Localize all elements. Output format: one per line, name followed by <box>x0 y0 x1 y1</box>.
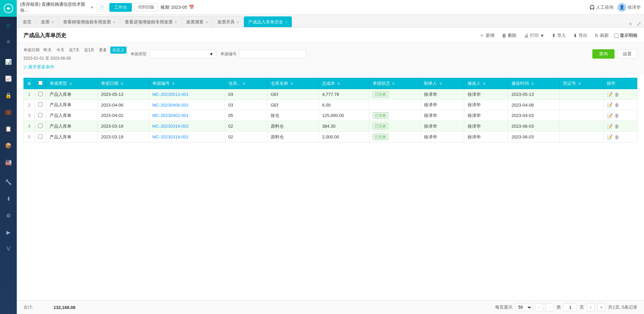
row-checkbox-5[interactable] <box>35 132 46 142</box>
workbench-button[interactable]: 工作台 <box>109 3 132 12</box>
export-button[interactable]: ⬇ 导出 <box>571 32 589 40</box>
company-selector[interactable]: (库存核算) 直播轻挑通信息技术股份... ▼ <box>20 1 94 13</box>
type-select[interactable]: ▼ <box>149 49 216 59</box>
sidebar-item-report[interactable]: 📊 <box>0 53 17 70</box>
tab-sales-invoice-close[interactable]: × <box>113 20 115 24</box>
date-btn-custom[interactable]: 自定义 <box>110 47 126 54</box>
th-checkbox[interactable] <box>35 78 46 89</box>
sidebar-item-business[interactable]: 💼 <box>0 104 17 120</box>
prev-page-btn[interactable]: ‹ <box>546 303 554 311</box>
show-detail-checkbox[interactable] <box>614 34 619 38</box>
th-warehouse-code[interactable]: 仓库... ⇅ <box>225 78 267 89</box>
import-button[interactable]: ⬆ 导入 <box>550 32 568 40</box>
sidebar-item-list[interactable]: 📋 <box>0 120 17 137</box>
row-edit-btn-3[interactable]: 📝 <box>607 113 612 118</box>
expand-conditions-btn[interactable]: ▽ 展开更多条件 <box>23 64 637 70</box>
row-delete-btn-2[interactable]: 🗑 <box>614 102 619 108</box>
page-size-select[interactable]: 50 100 200 <box>515 304 532 311</box>
select-all-checkbox[interactable] <box>38 81 43 85</box>
row-number-1[interactable]: MC-20230513-001 <box>149 89 225 100</box>
tab-invoice-calc-close[interactable]: × <box>206 20 208 24</box>
delete-button[interactable]: 🗑 删除 <box>500 32 519 40</box>
th-date[interactable]: 单据日期 ⇅ <box>98 78 149 89</box>
prev-period-button[interactable]: 切到旧版 <box>135 3 158 11</box>
date-btn-7days[interactable]: 近7天 <box>68 47 81 54</box>
period-selector[interactable]: 账期 2023-05 📅 <box>161 4 194 10</box>
row-delete-btn-1[interactable]: 🗑 <box>614 92 619 97</box>
show-detail-checkbox-wrapper[interactable]: 显示明细 <box>614 33 637 39</box>
row-edit-btn-4[interactable]: 📝 <box>607 124 612 129</box>
tab-purchase-invoice[interactable]: 查看进项增值税专用发票 × <box>120 16 181 27</box>
row-number-4[interactable]: MC-20230319-002 <box>149 121 225 132</box>
tab-product-history-close[interactable]: × <box>285 20 287 24</box>
first-page-btn[interactable]: « <box>535 303 543 311</box>
tab-invoice[interactable]: 发票 × <box>37 16 58 27</box>
print-button[interactable]: 🖨 打印 ▼ <box>522 32 546 40</box>
row-delete-btn-3[interactable]: 🗑 <box>614 113 619 118</box>
sidebar-item-inventory[interactable]: 📦 <box>0 137 17 154</box>
row-delete-btn-4[interactable]: 🗑 <box>614 124 619 129</box>
sidebar-item-version[interactable]: V <box>0 241 17 257</box>
last-page-btn[interactable]: » <box>597 303 605 311</box>
tab-invoice-issue-close[interactable]: × <box>237 20 239 24</box>
th-voucher[interactable]: 凭证号 ⇅ <box>559 78 603 89</box>
tab-invoice-issue[interactable]: 发票开具 × <box>213 16 243 27</box>
refresh-button[interactable]: ↻ 刷新 <box>593 32 611 40</box>
number-filter-input[interactable] <box>239 49 306 59</box>
sidebar-item-production[interactable]: 🏭 <box>0 154 17 171</box>
sidebar-item-menu[interactable]: ≡ <box>0 34 17 50</box>
tab-sales-invoice[interactable]: 查看销项增值税专用发票 × <box>59 16 119 27</box>
sidebar-item-settings[interactable]: ⚙ <box>0 207 17 224</box>
user-profile[interactable]: 👤 徐泽华 <box>618 3 641 12</box>
row-number-link-5[interactable]: MC-20230319-001 <box>152 134 189 139</box>
th-warehouse-name[interactable]: 仓库名称 ⇅ <box>267 78 319 89</box>
date-btn-today[interactable]: 今天 <box>55 47 66 54</box>
th-creator[interactable]: 制单人 ⇅ <box>421 78 464 89</box>
th-modify-time[interactable]: 修改时间 ⇅ <box>508 78 559 89</box>
row-number-link-3[interactable]: MC-20230402-001 <box>152 113 189 118</box>
reset-button[interactable]: 设置 <box>617 49 637 59</box>
sidebar-item-tools[interactable]: 🔧 <box>0 174 17 190</box>
row-number-link-4[interactable]: MC-20230319-002 <box>152 124 189 129</box>
row-checkbox-2[interactable] <box>35 100 46 110</box>
th-type[interactable]: 单据类型 ⇅ <box>46 78 98 89</box>
row-edit-btn-1[interactable]: 📝 <box>607 92 612 97</box>
document-icon-btn[interactable]: 📄 <box>97 3 107 12</box>
tab-invoice-calc[interactable]: 发票测算 × <box>182 16 212 27</box>
row-number-link-1[interactable]: MC-20230513-001 <box>152 92 189 97</box>
tab-expand-icon[interactable]: ⤢ <box>635 21 642 27</box>
tab-close-all-icon[interactable]: × <box>628 21 633 27</box>
page-input[interactable] <box>564 303 577 311</box>
row-number-3[interactable]: MC-20230402-001 <box>149 110 225 121</box>
date-btn-1month[interactable]: 近1月 <box>83 47 96 54</box>
sidebar-item-play[interactable]: ▶ <box>0 224 17 241</box>
new-button[interactable]: ＋ 新增 <box>478 32 496 40</box>
sidebar-item-download[interactable]: ⬇ <box>0 190 17 207</box>
sidebar-item-security[interactable]: 🔒 <box>0 87 17 104</box>
customer-service[interactable]: 🎧 人工咨询 <box>589 4 613 10</box>
row-edit-btn-2[interactable]: 📝 <box>607 102 612 108</box>
row-edit-btn-5[interactable]: 📝 <box>607 134 612 140</box>
sidebar-item-home[interactable]: ⌂ <box>0 17 17 34</box>
th-total-cost[interactable]: 总成本 ⇅ <box>319 78 369 89</box>
date-btn-more[interactable]: 更多 <box>98 47 108 54</box>
th-status[interactable]: 单据状态 ⇅ <box>369 78 420 89</box>
tab-home[interactable]: 首页 <box>18 16 36 27</box>
next-page-btn[interactable]: › <box>587 303 595 311</box>
row-checkbox-3[interactable] <box>35 110 46 121</box>
row-number-5[interactable]: MC-20230319-001 <box>149 132 225 142</box>
row-checkbox-4[interactable] <box>35 121 46 132</box>
row-checkbox-1[interactable] <box>35 89 46 100</box>
query-button[interactable]: 查询 <box>592 49 614 59</box>
th-settings[interactable]: ⚙ <box>24 78 35 89</box>
th-modifier[interactable]: 修改人 ⇅ <box>464 78 508 89</box>
th-number[interactable]: 单据编号 ⇅ <box>149 78 225 89</box>
tab-purchase-invoice-close[interactable]: × <box>175 20 177 24</box>
row-number-2[interactable]: MC-20230406-001 <box>149 100 225 110</box>
tab-product-history[interactable]: 产成品入库单历史 × <box>244 16 291 27</box>
row-number-link-2[interactable]: MC-20230406-001 <box>152 103 189 108</box>
date-btn-yesterday[interactable]: 昨天 <box>42 47 53 54</box>
row-delete-btn-5[interactable]: 🗑 <box>614 134 619 140</box>
tab-invoice-close[interactable]: × <box>52 20 54 24</box>
sidebar-item-analysis[interactable]: 📈 <box>0 70 17 87</box>
